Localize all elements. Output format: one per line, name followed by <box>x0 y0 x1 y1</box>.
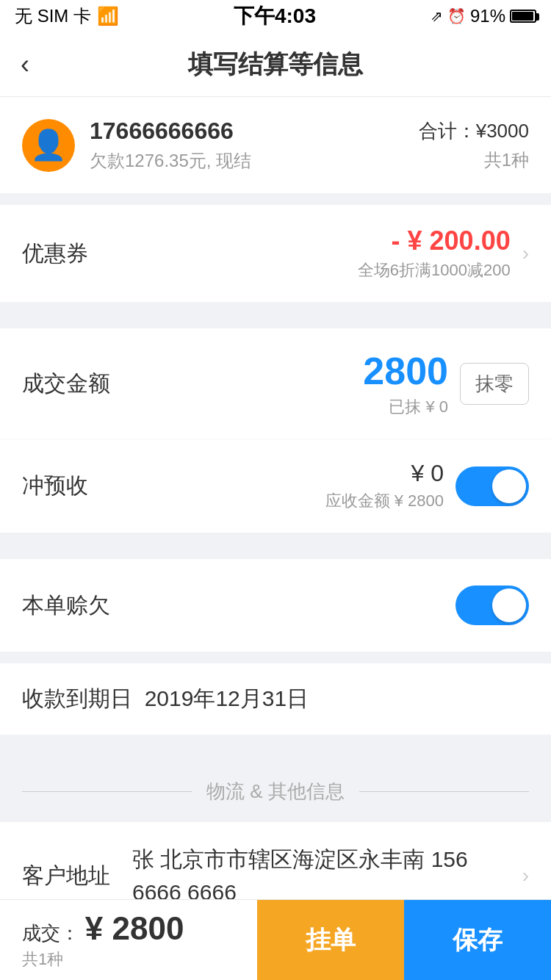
address-chevron-icon: › <box>522 864 529 887</box>
duedate-value: 2019年12月31日 <box>145 686 309 710</box>
prepay-value: ¥ 0 <box>325 460 444 487</box>
status-left: 无 SIM 卡 📶 <box>15 4 119 28</box>
coupon-desc: 全场6折满1000减200 <box>358 259 511 281</box>
status-right: ⇗ ⏰ 91% <box>431 6 536 26</box>
location-icon: ⇗ <box>431 7 443 25</box>
duedate-row: 收款到期日 2019年12月31日 <box>0 663 551 735</box>
logistics-label: 物流 & 其他信息 <box>192 779 359 804</box>
deal-right: 2800 已抹 ¥ 0 抹零 <box>363 349 529 418</box>
status-bar: 无 SIM 卡 📶 下午4:03 ⇗ ⏰ 91% <box>0 0 551 32</box>
roundoff-button[interactable]: 抹零 <box>460 363 529 405</box>
divider-1 <box>0 314 551 328</box>
wifi-icon: 📶 <box>97 6 119 26</box>
logistics-divider: 物流 & 其他信息 <box>0 761 551 822</box>
prepay-right: ¥ 0 应收金额 ¥ 2800 <box>325 460 529 512</box>
logistics-line-right <box>359 791 529 792</box>
alarm-icon: ⏰ <box>447 7 466 25</box>
nav-bar: ‹ 填写结算等信息 <box>0 32 551 97</box>
divider-2 <box>0 544 551 559</box>
deal-already: 已抹 ¥ 0 <box>363 396 448 418</box>
status-time: 下午4:03 <box>234 2 316 30</box>
prepay-toggle[interactable] <box>455 466 529 506</box>
debt-section: 本单赊欠 <box>0 559 551 652</box>
coupon-row[interactable]: 优惠券 - ¥ 200.00 全场6折满1000减200 › <box>0 205 551 302</box>
customer-info: 17666666666 欠款1276.35元, 现结 <box>90 118 251 173</box>
duedate-label: 收款到期日 <box>22 686 132 710</box>
prepay-row: 冲预收 ¥ 0 应收金额 ¥ 2800 <box>0 439 551 533</box>
deal-section: 成交金额 2800 已抹 ¥ 0 抹零 冲预收 ¥ 0 应收金额 ¥ 2800 <box>0 328 551 533</box>
battery-percent: 91% <box>470 6 505 26</box>
logistics-line-left <box>22 791 192 792</box>
deal-amount-value: 2800 <box>363 349 448 393</box>
pending-button[interactable]: 挂单 <box>257 900 404 981</box>
bottom-deal-line: 成交： ¥ 2800 <box>22 910 235 947</box>
bottom-bar: 成交： ¥ 2800 共1种 挂单 保存 <box>0 899 551 980</box>
customer-card: 👤 17666666666 欠款1276.35元, 现结 合计：¥3000 共1… <box>0 97 551 193</box>
avatar-icon: 👤 <box>30 128 67 162</box>
debt-row: 本单赊欠 <box>0 559 551 652</box>
bottom-summary: 成交： ¥ 2800 共1种 <box>0 910 257 970</box>
customer-right: 合计：¥3000 共1种 <box>419 118 529 172</box>
customer-debt: 欠款1276.35元, 现结 <box>90 149 251 173</box>
total-label: 合计：¥3000 <box>419 118 529 144</box>
debt-toggle[interactable] <box>455 586 529 625</box>
deal-label: 成交金额 <box>22 369 110 399</box>
back-button[interactable]: ‹ <box>21 49 29 80</box>
coupon-label: 优惠券 <box>22 239 88 269</box>
bottom-deal-amount: ¥ 2800 <box>85 910 184 946</box>
customer-left: 👤 17666666666 欠款1276.35元, 现结 <box>22 118 251 173</box>
debt-label: 本单赊欠 <box>22 591 110 621</box>
total-count: 共1种 <box>419 148 529 172</box>
page-title: 填写结算等信息 <box>188 48 363 82</box>
coupon-amount: - ¥ 200.00 <box>358 226 511 256</box>
address-label: 客户地址 <box>22 861 110 891</box>
deal-row: 成交金额 2800 已抹 ¥ 0 抹零 <box>0 328 551 439</box>
duedate-section: 收款到期日 2019年12月31日 <box>0 663 551 735</box>
battery-icon <box>510 10 536 23</box>
coupon-right: - ¥ 200.00 全场6折满1000减200 › <box>358 226 529 281</box>
content-area: 👤 17666666666 欠款1276.35元, 现结 合计：¥3000 共1… <box>0 97 551 980</box>
customer-phone: 17666666666 <box>90 118 251 145</box>
avatar: 👤 <box>22 119 75 172</box>
bottom-deal-label: 成交： <box>22 922 79 944</box>
chevron-right-icon: › <box>522 242 529 265</box>
prepay-sub: 应收金额 ¥ 2800 <box>325 490 444 512</box>
duedate-text: 收款到期日 2019年12月31日 <box>22 686 309 710</box>
bottom-count: 共1种 <box>22 948 235 970</box>
save-button[interactable]: 保存 <box>404 900 551 981</box>
prepay-label: 冲预收 <box>22 471 88 501</box>
carrier-text: 无 SIM 卡 <box>15 4 91 28</box>
divider-3 <box>0 746 551 761</box>
